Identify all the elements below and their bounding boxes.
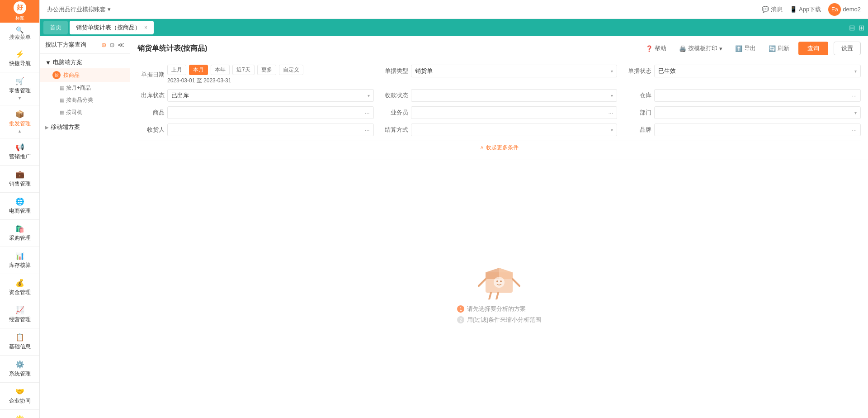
pc-section-toggle[interactable]: ▼ 电脑端方案 [40,57,130,68]
mobile-section-label: 移动端方案 [51,123,80,131]
empty-line-2: 2 用[过滤]条件来缩小分析范围 [457,316,541,324]
step-2-icon: 2 [457,316,464,323]
settings-scheme-icon[interactable]: ⊙ [109,41,115,48]
svg-point-3 [494,277,505,288]
date-btn-more[interactable]: 更多 [257,65,276,75]
scheme-sub-icon2: ▦ [60,97,64,103]
topbar-left: 办公用品行业模拟账套 ▾ [47,5,111,14]
avatar: Ea [828,3,841,16]
pc-section-arrow-icon: ▼ [45,59,51,66]
sidebar-item-newbie[interactable]: 🌟 新手引导 [0,410,39,418]
sidebar-item-enterprise[interactable]: 🤝 企业协同 [0,383,39,410]
dropdown-arrow-icon: ▾ [108,6,111,13]
sidebar-item-search[interactable]: 🔍 搜索菜单 [0,23,39,45]
print-icon: 🖨️ [679,45,686,52]
content-area: 按以下方案查询 ⊕ ⊙ ≪ ▼ 电脑端方案 按 按商品 ▦ 按月+ [40,36,868,418]
sidebar-item-retail[interactable]: 🛒 零售管理 ▼ [0,72,39,105]
sidebar-item-basic[interactable]: 📋 基础信息 [0,328,39,356]
goods-input[interactable]: ··· [167,106,374,119]
doc-type-select[interactable]: 销货单 ▾ [411,65,618,77]
setting-button[interactable]: 设置 [834,42,861,55]
date-label: 单据日期 [137,71,165,79]
tab-home[interactable]: 首页 [43,21,68,34]
settle-select[interactable]: ▾ [411,124,618,136]
scheme-sub-icon1: ▦ [60,85,64,91]
doc-status-select[interactable]: 已生效 ▾ [654,65,861,77]
scheme-item-by-goods[interactable]: 按 按商品 [40,68,130,82]
logo-icon: 好 [14,1,26,14]
sidebar-item-inventory[interactable]: 📊 库存核算 [0,247,39,274]
refresh-icon: 🔄 [769,45,776,52]
mobile-section-arrow-icon: ▶ [45,125,49,130]
help-button[interactable]: ❓ 帮助 [642,43,670,54]
brand-label: 品牌 [624,126,651,134]
scheme-item-by-category[interactable]: ▦ 按商品分类 [40,94,130,106]
refresh-button[interactable]: 🔄 刷新 [765,43,793,54]
date-btn-custom[interactable]: 自定义 [279,65,303,75]
date-btn-last-month[interactable]: 上月 [167,65,186,75]
out-status-select[interactable]: 已出库 ▾ [167,89,374,102]
collapse-panel-icon[interactable]: ≪ [118,41,124,48]
receiver-input[interactable]: ··· [167,124,374,136]
scheme-item-by-driver[interactable]: ▦ 按司机 [40,106,130,119]
sidebar-item-sales[interactable]: 💼 销售管理 [0,166,39,193]
main-area: 办公用品行业模拟账套 ▾ 💬 消息 📱 App下载 Ea demo2 首页 销货… [40,0,868,418]
warehouse-input[interactable]: ··· [654,89,861,102]
doc-type-arrow-icon: ▾ [611,69,613,74]
logo-text: 标账 [15,15,24,21]
empty-line-1: 1 请先选择要分析的方案 [457,305,541,313]
tabbar-actions: ⊟ ⊞ [849,24,864,32]
svg-line-6 [489,293,491,299]
empty-text: 1 请先选择要分析的方案 2 用[过滤]条件来缩小分析范围 [457,305,541,324]
mobile-section-toggle[interactable]: ▶ 移动端方案 [40,121,130,133]
doc-type-label: 单据类型 [381,67,408,75]
dept-label: 部门 [624,109,651,117]
tab-minimize-button[interactable]: ⊟ [849,24,855,32]
industry-selector[interactable]: 办公用品行业模拟账套 ▾ [47,5,111,14]
dept-arrow-icon: ▾ [854,110,857,115]
user-profile[interactable]: Ea demo2 [828,3,861,16]
date-btn-this-month[interactable]: 本月 [189,65,208,75]
export-button[interactable]: ⬆️ 导出 [731,43,760,54]
sidebar-item-finance[interactable]: 💰 资金管理 [0,274,39,301]
industry-name: 办公用品行业模拟账套 [47,5,106,14]
scheme-sub-icon3: ▦ [60,109,64,115]
scheme-item-by-month-goods[interactable]: ▦ 按月+商品 [40,82,130,94]
add-scheme-icon[interactable]: ⊕ [101,41,107,48]
sidebar-item-operation[interactable]: 📈 经营管理 [0,301,39,328]
sidebar-item-wholesale[interactable]: 📦 批发管理 ▲ [0,105,39,138]
sidebar-item-purchase[interactable]: 🛍️ 采购管理 [0,220,39,247]
print-button[interactable]: 🖨️ 按模板打印 ▾ [675,43,726,54]
warehouse-label: 仓库 [624,91,651,100]
doc-status-arrow-icon: ▾ [854,69,857,74]
svg-line-8 [479,279,486,286]
date-buttons: 上月 本月 本年 近7天 更多 自定义 [167,65,303,75]
doc-status-label: 单据状态 [624,67,651,75]
brand-input[interactable]: ··· [654,124,861,136]
sidebar-item-marketing[interactable]: 📢 营销推广 [0,138,39,166]
tab-expand-button[interactable]: ⊞ [859,24,864,32]
app-logo: 好 标账 [0,0,40,23]
payment-status-select[interactable]: ▾ [411,89,618,102]
filter-area: 单据日期 上月 本月 本年 近7天 更多 自定义 2023-03-01 至 20… [130,59,868,160]
tab-close-button[interactable]: × [144,24,147,31]
app-download-button[interactable]: 📱 App下载 [790,5,821,14]
messages-button[interactable]: 💬 消息 [762,5,783,14]
empty-state: 1 请先选择要分析的方案 2 用[过滤]条件来缩小分析范围 [130,160,868,418]
date-btn-7days[interactable]: 近7天 [232,65,255,75]
date-range-display: 2023-03-01 至 2023-03-31 [167,77,303,85]
message-icon: 💬 [762,6,769,13]
sales-staff-input[interactable]: ··· [411,106,618,119]
tab-active[interactable]: 销货单统计表（按商品） × [70,21,154,34]
query-button[interactable]: 查询 [798,42,828,55]
collapse-button[interactable]: ∧ 收起更多条件 [137,141,861,154]
dept-select[interactable]: ▾ [654,106,861,119]
sidebar-item-quick-nav[interactable]: ⚡ 快捷导航 [0,45,39,72]
right-panel: 销货单统计表(按商品) ❓ 帮助 🖨️ 按模板打印 ▾ ⬆️ 导出 [130,36,868,418]
sidebar-item-system[interactable]: ⚙️ 系统管理 [0,356,39,383]
export-icon: ⬆️ [735,45,742,52]
scheme-header: 按以下方案查询 ⊕ ⊙ ≪ [40,36,130,54]
sidebar-item-ecom[interactable]: 🌐 电商管理 [0,193,39,220]
date-btn-this-year[interactable]: 本年 [211,65,230,75]
scheme-icon-by-goods: 按 [52,71,61,79]
